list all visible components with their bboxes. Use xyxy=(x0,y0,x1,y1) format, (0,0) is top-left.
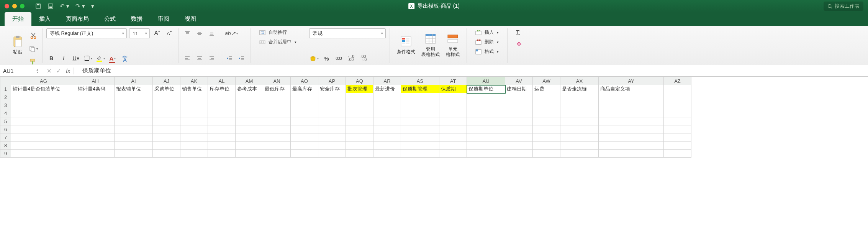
cell[interactable] xyxy=(76,117,115,125)
cell[interactable] xyxy=(263,93,291,101)
cell[interactable] xyxy=(346,133,373,142)
currency-button[interactable] xyxy=(309,53,319,63)
cell[interactable]: 建档日期 xyxy=(505,85,533,93)
cell[interactable] xyxy=(180,142,208,150)
align-center-button[interactable] xyxy=(195,53,205,63)
cell[interactable] xyxy=(505,109,533,117)
cut-button[interactable] xyxy=(28,31,38,41)
column-header[interactable]: AK xyxy=(180,77,208,85)
cell[interactable] xyxy=(291,109,318,117)
align-middle-button[interactable] xyxy=(195,28,205,38)
tab-home[interactable]: 开始 xyxy=(5,12,31,26)
column-header[interactable]: AH xyxy=(76,77,115,85)
cell[interactable] xyxy=(439,109,467,117)
cell[interactable] xyxy=(560,133,599,142)
cell[interactable] xyxy=(373,150,401,158)
undo-icon[interactable]: ↶ ▾ xyxy=(60,3,69,10)
cell[interactable] xyxy=(373,109,401,117)
cell[interactable] xyxy=(115,93,153,101)
cell[interactable] xyxy=(153,142,180,150)
cell[interactable] xyxy=(115,142,153,150)
cell[interactable] xyxy=(318,117,346,125)
cell[interactable] xyxy=(505,125,533,133)
cell[interactable] xyxy=(533,133,560,142)
cell[interactable] xyxy=(401,150,439,158)
cell[interactable]: 保质期单位 xyxy=(467,85,505,93)
cell[interactable]: 销售单位 xyxy=(180,85,208,93)
cell[interactable] xyxy=(11,133,76,142)
cell[interactable] xyxy=(439,142,467,150)
cell[interactable] xyxy=(560,150,599,158)
column-header[interactable]: AG xyxy=(11,77,76,85)
fill-color-button[interactable] xyxy=(95,53,105,63)
cell[interactable] xyxy=(664,85,691,93)
number-format-select[interactable]: 常规 xyxy=(309,28,386,38)
cell[interactable] xyxy=(346,101,373,109)
cell[interactable] xyxy=(373,117,401,125)
cell[interactable] xyxy=(664,117,691,125)
insert-cells-button[interactable]: 插入▾ xyxy=(474,28,500,36)
cell[interactable] xyxy=(373,125,401,133)
cell[interactable] xyxy=(318,142,346,150)
column-header[interactable]: AN xyxy=(263,77,291,85)
cell[interactable] xyxy=(153,125,180,133)
underline-button[interactable]: U ▾ xyxy=(71,53,81,63)
cell[interactable] xyxy=(76,125,115,133)
close-window[interactable] xyxy=(5,4,9,8)
decrease-decimal-button[interactable]: .00→.0 xyxy=(358,53,368,63)
cell[interactable] xyxy=(115,150,153,158)
cell[interactable] xyxy=(346,93,373,101)
cell[interactable] xyxy=(599,125,664,133)
column-header[interactable]: AM xyxy=(236,77,263,85)
spreadsheet-grid[interactable]: AGAHAIAJAKALAMANAOAPAQARASATAUAVAWAXAYAZ… xyxy=(0,77,868,158)
redo-icon[interactable]: ↷ ▾ xyxy=(75,3,85,10)
cell[interactable] xyxy=(180,117,208,125)
cell[interactable] xyxy=(664,125,691,133)
cell[interactable]: 采购单位 xyxy=(153,85,180,93)
cell[interactable] xyxy=(11,93,76,101)
decrease-indent-button[interactable] xyxy=(224,53,234,63)
cell[interactable] xyxy=(208,150,236,158)
cell[interactable] xyxy=(76,150,115,158)
cell[interactable] xyxy=(599,117,664,125)
align-right-button[interactable] xyxy=(207,53,217,63)
name-box[interactable]: AU1 ▲▼ xyxy=(0,65,42,76)
cell[interactable]: 保质期管理 xyxy=(401,85,439,93)
cell[interactable] xyxy=(505,117,533,125)
copy-button[interactable] xyxy=(28,44,38,54)
column-header[interactable]: AL xyxy=(208,77,236,85)
formula-input[interactable]: 保质期单位 xyxy=(79,67,868,74)
row-header[interactable]: 1 xyxy=(0,85,11,93)
cell[interactable] xyxy=(76,101,115,109)
cell[interactable] xyxy=(153,93,180,101)
cell-styles-button[interactable]: 单元 格样式 xyxy=(443,28,463,61)
cell[interactable] xyxy=(318,109,346,117)
cell[interactable] xyxy=(401,142,439,150)
cell[interactable]: 库存单位 xyxy=(208,85,236,93)
cell[interactable] xyxy=(533,117,560,125)
cell[interactable] xyxy=(208,93,236,101)
cell[interactable] xyxy=(153,133,180,142)
row-header[interactable]: 7 xyxy=(0,133,11,142)
cell[interactable] xyxy=(346,125,373,133)
cell[interactable] xyxy=(467,125,505,133)
cell[interactable] xyxy=(180,109,208,117)
cell[interactable] xyxy=(401,109,439,117)
cell[interactable] xyxy=(346,150,373,158)
cell[interactable] xyxy=(467,109,505,117)
cell[interactable] xyxy=(180,101,208,109)
cell[interactable] xyxy=(401,93,439,101)
cell[interactable] xyxy=(263,101,291,109)
cell[interactable] xyxy=(560,125,599,133)
cell[interactable] xyxy=(11,117,76,125)
qat-more-icon[interactable]: ▾ xyxy=(91,3,94,10)
cell[interactable] xyxy=(76,93,115,101)
cell[interactable] xyxy=(318,93,346,101)
cell[interactable] xyxy=(263,150,291,158)
cell[interactable] xyxy=(11,101,76,109)
increase-font-button[interactable]: A▴ xyxy=(152,28,162,38)
cell[interactable] xyxy=(208,109,236,117)
increase-decimal-button[interactable]: ←.0.00 xyxy=(346,53,356,63)
cell[interactable] xyxy=(560,109,599,117)
cell[interactable] xyxy=(533,142,560,150)
